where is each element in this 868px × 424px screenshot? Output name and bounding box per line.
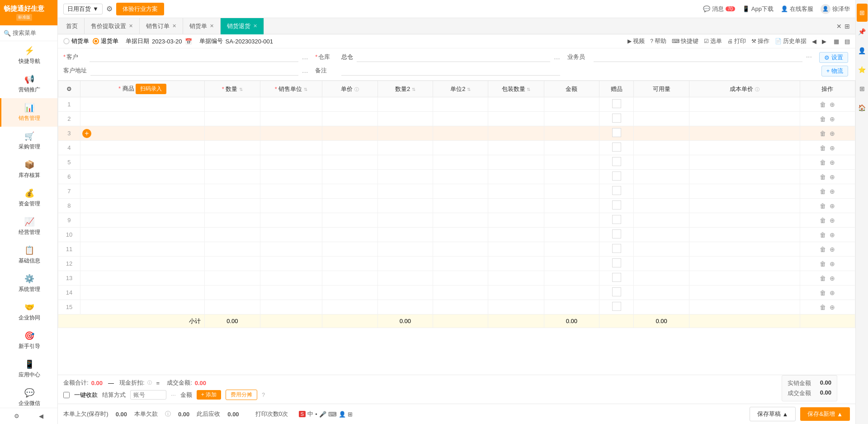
- user-profile[interactable]: 👤 徐泽华: [821, 4, 850, 14]
- row-11-copy-icon[interactable]: ⊕: [830, 246, 835, 253]
- row-8-pack[interactable]: [488, 199, 544, 213]
- row-14-available[interactable]: [634, 286, 689, 300]
- sidebar-item-quick-nav[interactable]: ⚡ 快捷导航: [0, 41, 57, 70]
- row-7-product[interactable]: [80, 184, 204, 199]
- row-5-available[interactable]: [634, 155, 689, 170]
- row-13-unit[interactable]: [260, 271, 322, 286]
- row-12-delete-icon[interactable]: 🗑: [820, 260, 826, 267]
- row-1-available[interactable]: [634, 97, 689, 112]
- row-11-cost[interactable]: [689, 242, 800, 257]
- row-4-qty[interactable]: [205, 141, 260, 155]
- row-1-qty[interactable]: [205, 97, 260, 112]
- row-10-gift[interactable]: [599, 228, 634, 242]
- tab-sales-order[interactable]: 销售订单 ✕: [140, 18, 183, 34]
- row-5-amount[interactable]: [544, 155, 599, 170]
- salesperson-more-icon[interactable]: ···: [806, 53, 812, 61]
- gift-checkbox-3[interactable]: [612, 128, 621, 137]
- row-1-unit2[interactable]: [433, 97, 488, 112]
- gift-checkbox-8[interactable]: [612, 200, 621, 210]
- row-7-delete-icon[interactable]: 🗑: [820, 188, 826, 195]
- row-3-amount[interactable]: [544, 126, 599, 141]
- row-9-gift[interactable]: [599, 213, 634, 228]
- settings-icon[interactable]: ⚙: [14, 413, 19, 419]
- row-5-unit[interactable]: [260, 155, 322, 170]
- toolbar-operations-btn[interactable]: ⚒ 操作: [751, 37, 769, 45]
- row-12-gift[interactable]: [599, 257, 634, 271]
- row-15-available[interactable]: [634, 300, 689, 314]
- row-9-unit2[interactable]: [433, 213, 488, 228]
- row-8-qty[interactable]: [205, 199, 260, 213]
- row-1-gift[interactable]: [599, 97, 634, 112]
- row-6-price[interactable]: [322, 170, 377, 184]
- row-7-available[interactable]: [634, 184, 689, 199]
- warehouse-input[interactable]: [357, 52, 550, 62]
- row-11-unit2[interactable]: [433, 242, 488, 257]
- tab-return[interactable]: 销货退货 ✕: [221, 18, 264, 34]
- row-4-delete-icon[interactable]: 🗑: [820, 144, 826, 152]
- row-11-price[interactable]: [322, 242, 377, 257]
- row-2-unit[interactable]: [260, 112, 322, 126]
- row-13-price[interactable]: [322, 271, 377, 286]
- row-8-available[interactable]: [634, 199, 689, 213]
- row-11-unit[interactable]: [260, 242, 322, 257]
- toolbar-help-btn[interactable]: ? 帮助: [650, 37, 666, 45]
- row-7-unit2[interactable]: [433, 184, 488, 199]
- sidebar-item-inventory[interactable]: 📦 库存核算: [0, 155, 57, 184]
- row-8-product[interactable]: [80, 199, 204, 213]
- sidebar-item-system[interactable]: ⚙️ 系统管理: [0, 269, 57, 298]
- customer-input[interactable]: [90, 52, 298, 62]
- row-6-available[interactable]: [634, 170, 689, 184]
- row-13-gift[interactable]: [599, 271, 634, 286]
- row-13-product[interactable]: [80, 271, 204, 286]
- account-more-icon[interactable]: ···: [171, 391, 176, 398]
- row-15-cost[interactable]: [689, 300, 800, 314]
- sidebar-item-enterprise[interactable]: 🤝 企业协同: [0, 298, 57, 326]
- tab-sales[interactable]: 销货单 ✕: [183, 18, 221, 34]
- message-btn[interactable]: 💬 消息 70: [703, 5, 735, 13]
- sidebar-item-guide[interactable]: 🎯 新手引导: [0, 326, 57, 355]
- row-14-gift[interactable]: [599, 286, 634, 300]
- row-7-cost[interactable]: [689, 184, 800, 199]
- save-draft-btn[interactable]: 保存草稿 ▲: [750, 407, 796, 421]
- row-13-delete-icon[interactable]: 🗑: [820, 275, 826, 282]
- row-7-qty2[interactable]: [377, 184, 433, 199]
- row-10-product[interactable]: [80, 228, 204, 242]
- gift-checkbox-6[interactable]: [612, 172, 621, 181]
- gift-checkbox-2[interactable]: [612, 114, 621, 123]
- row-8-unit2[interactable]: [433, 199, 488, 213]
- col-gear[interactable]: ⚙: [58, 81, 80, 97]
- salesperson-input[interactable]: [594, 52, 802, 62]
- sidebar-item-finance[interactable]: 💰 资金管理: [0, 184, 57, 212]
- row-4-amount[interactable]: [544, 141, 599, 155]
- row-9-qty[interactable]: [205, 213, 260, 228]
- row-3-qty[interactable]: [205, 126, 260, 141]
- row-8-copy-icon[interactable]: ⊕: [830, 202, 835, 210]
- remark-input[interactable]: [341, 66, 560, 76]
- row-13-qty2[interactable]: [377, 271, 433, 286]
- row-5-gift[interactable]: [599, 155, 634, 170]
- row-9-available[interactable]: [634, 213, 689, 228]
- row-11-available[interactable]: [634, 242, 689, 257]
- row-3-unit2[interactable]: [433, 126, 488, 141]
- row-4-price[interactable]: [322, 141, 377, 155]
- row-15-pack[interactable]: [488, 300, 544, 314]
- right-panel-btn-4[interactable]: ⭐: [857, 61, 868, 79]
- row-9-unit[interactable]: [260, 213, 322, 228]
- gift-checkbox-4[interactable]: [612, 143, 621, 152]
- row-4-product[interactable]: [80, 141, 204, 155]
- row-14-copy-icon[interactable]: ⊕: [830, 289, 835, 296]
- row-10-qty2[interactable]: [377, 228, 433, 242]
- topbar-gear-icon[interactable]: ⚙: [106, 5, 113, 13]
- row-9-amount[interactable]: [544, 213, 599, 228]
- row-3-cost[interactable]: [689, 126, 800, 141]
- row-3-available[interactable]: [634, 126, 689, 141]
- row-3-pack[interactable]: [488, 126, 544, 141]
- row-1-pack[interactable]: [488, 97, 544, 112]
- right-panel-btn-3[interactable]: 👤: [857, 42, 868, 60]
- row-10-unit[interactable]: [260, 228, 322, 242]
- gift-checkbox-14[interactable]: [612, 287, 621, 296]
- gift-checkbox-10[interactable]: [612, 229, 621, 238]
- radio-return[interactable]: 退货单: [93, 37, 118, 45]
- row-14-amount[interactable]: [544, 286, 599, 300]
- sidebar-collapse-icon[interactable]: ◀: [39, 413, 43, 419]
